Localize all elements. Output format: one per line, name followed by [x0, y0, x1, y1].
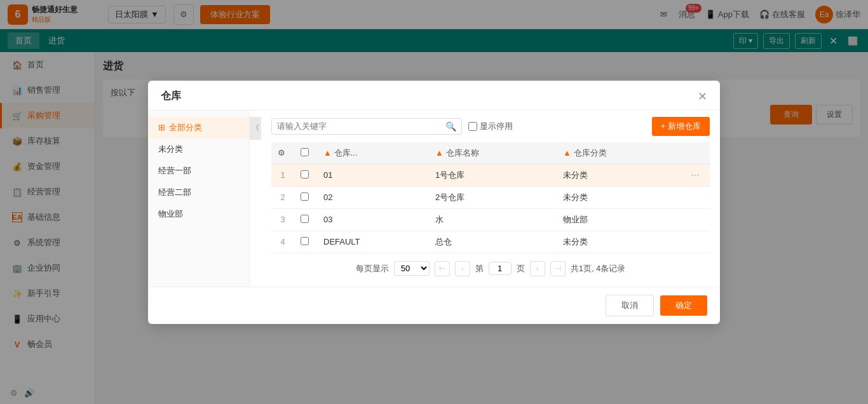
search-icon[interactable]: 🔍 — [445, 121, 456, 131]
table-header: ⚙ ▲ 仓库... ▲ — [271, 142, 710, 165]
table-row[interactable]: 2 02 2号仓库 未分类 — [271, 186, 710, 208]
show-disabled-checkbox[interactable] — [468, 122, 477, 131]
sort-icon3: ▲ — [563, 148, 571, 158]
row-checkbox — [294, 231, 317, 253]
row-name: 水 — [429, 208, 557, 231]
row-gear: 2 — [271, 186, 294, 208]
next-page-button[interactable]: › — [530, 261, 545, 276]
row-gear: 4 — [271, 231, 294, 253]
table-body: 1 01 1号仓库 未分类 ··· 2 02 2 — [271, 164, 710, 253]
table-container: ⚙ ▲ 仓库... ▲ — [271, 142, 710, 253]
modal-category-sidebar: ⊞ 全部分类 未分类 经营一部 经营二部 物业部 — [148, 111, 250, 286]
sort-icon2: ▲ — [435, 148, 444, 158]
confirm-button[interactable]: 确定 — [660, 295, 707, 316]
row-name: 1号仓库 — [429, 164, 557, 186]
category-uncategorized[interactable]: 未分类 — [148, 138, 249, 160]
select-all-checkbox[interactable] — [301, 148, 309, 156]
th-gear: ⚙ — [271, 142, 294, 165]
add-warehouse-button[interactable]: + 新增仓库 — [652, 117, 710, 136]
row-code: DEFAULT — [317, 231, 429, 253]
modal-main: 🔍 显示停用 + 新增仓库 ⚙ — [261, 111, 720, 286]
prev-page-button[interactable]: ‹ — [455, 261, 470, 276]
category-property-dept[interactable]: 物业部 — [148, 203, 249, 225]
page-number-input[interactable] — [489, 262, 512, 275]
category-all[interactable]: ⊞ 全部分类 — [148, 117, 249, 138]
modal-header: 仓库 ✕ — [148, 81, 720, 111]
table-row[interactable]: 3 03 水 物业部 — [271, 208, 710, 231]
category-operations-dept1[interactable]: 经营一部 — [148, 160, 249, 182]
sidebar-collapse-button[interactable]: 《 — [250, 117, 261, 140]
row-code: 01 — [317, 164, 429, 186]
table-row[interactable]: 4 DEFAULT 总仓 未分类 — [271, 231, 710, 253]
row-category: 未分类 — [557, 231, 684, 253]
warehouse-modal: 仓库 ✕ ⊞ 全部分类 未分类 经营一部 经营二部 — [148, 81, 720, 324]
row-actions[interactable]: ··· — [684, 164, 710, 186]
row-category: 未分类 — [557, 164, 684, 186]
modal-footer: 取消 确定 — [148, 286, 720, 324]
grid-icon: ⊞ — [158, 123, 165, 132]
row-name: 总仓 — [429, 231, 557, 253]
row-gear: 1 — [271, 164, 294, 186]
th-category[interactable]: ▲ 仓库分类 — [557, 142, 684, 165]
row-gear: 3 — [271, 208, 294, 231]
row-category: 物业部 — [557, 208, 684, 231]
row-actions[interactable] — [684, 208, 710, 231]
page-size-select[interactable]: 50 20 100 — [394, 261, 430, 276]
chevron-left-icon: 《 — [252, 123, 259, 133]
modal-body: ⊞ 全部分类 未分类 经营一部 经营二部 物业部 《 — [148, 111, 720, 286]
gear-settings-icon[interactable]: ⚙ — [278, 148, 285, 158]
row-checkbox — [294, 208, 317, 231]
modal-close-button[interactable]: ✕ — [698, 90, 707, 104]
th-name[interactable]: ▲ 仓库名称 — [429, 142, 557, 165]
last-page-button[interactable]: ⊣ — [550, 261, 566, 276]
table-row[interactable]: 1 01 1号仓库 未分类 ··· — [271, 164, 710, 186]
row-name: 2号仓库 — [429, 186, 557, 208]
th-checkbox — [294, 142, 317, 165]
row-actions[interactable] — [684, 186, 710, 208]
search-input[interactable] — [277, 121, 442, 131]
warehouse-table: ⚙ ▲ 仓库... ▲ — [271, 142, 710, 253]
row-code: 02 — [317, 186, 429, 208]
category-operations-dept2[interactable]: 经营二部 — [148, 182, 249, 203]
row-actions[interactable] — [684, 231, 710, 253]
cancel-button[interactable]: 取消 — [606, 295, 654, 316]
sort-icon: ▲ — [323, 148, 332, 158]
row-category: 未分类 — [557, 186, 684, 208]
row-code: 03 — [317, 208, 429, 231]
th-actions — [684, 142, 710, 165]
show-disabled-toggle: 显示停用 — [468, 121, 513, 132]
modal-overlay: 仓库 ✕ ⊞ 全部分类 未分类 经营一部 经营二部 — [0, 0, 868, 404]
modal-title: 仓库 — [161, 90, 181, 103]
row-checkbox — [294, 186, 317, 208]
search-input-wrap: 🔍 — [271, 118, 462, 135]
th-code[interactable]: ▲ 仓库... — [317, 142, 429, 165]
row-checkbox — [294, 164, 317, 186]
pagination: 每页显示 50 20 100 ⊢ ‹ 第 页 › ⊣ 共1页, 4条记录 — [271, 253, 710, 280]
modal-toolbar: 🔍 显示停用 + 新增仓库 — [271, 117, 710, 136]
first-page-button[interactable]: ⊢ — [435, 261, 450, 276]
